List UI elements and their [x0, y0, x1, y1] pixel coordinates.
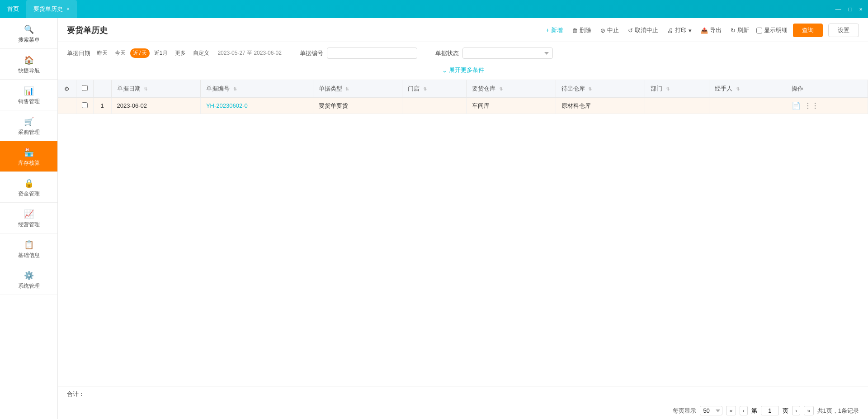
main-layout: 🔍 搜索菜单 🏠 快捷导航 📊 销售管理 🛒 采购管理 🏪 库存核算 🔒 资金管… — [0, 18, 868, 419]
sidebar-item-search-menu[interactable]: 🔍 搜索菜单 — [0, 18, 57, 49]
date-filter-label: 单据日期 — [67, 49, 90, 57]
display-detail-checkbox-label[interactable]: 显示明细 — [756, 26, 788, 34]
date-btn-custom[interactable]: 自定义 — [190, 48, 212, 58]
sort-handler-icon[interactable]: ⇅ — [736, 86, 740, 91]
delete-button[interactable]: 🗑 删除 — [570, 24, 593, 36]
col-doc-date: 单据日期 ⇅ — [111, 80, 200, 98]
col-settings-icon[interactable]: ⚙ — [64, 86, 70, 92]
row-doc-type: 要货单要货 — [313, 98, 402, 114]
new-button[interactable]: + 新增 — [544, 24, 565, 36]
toolbar: + 新增 🗑 删除 ⊘ 中止 ↺ 取消中止 🖨 — [544, 24, 859, 37]
sidebar-item-basic-info[interactable]: 📋 基础信息 — [0, 233, 57, 264]
row-doc-date: 2023-06-02 — [111, 98, 200, 114]
row-more-icon[interactable]: ⋮⋮ — [804, 101, 819, 110]
sidebar-item-operations-label: 经营管理 — [18, 221, 40, 229]
tab-requisition-history[interactable]: 要货单历史 × — [26, 0, 77, 18]
basic-info-icon: 📋 — [24, 240, 34, 250]
sidebar-item-inventory-label: 库存核算 — [18, 159, 40, 167]
sidebar-item-purchase-mgmt-label: 采购管理 — [18, 129, 40, 136]
close-tab-icon[interactable]: × — [66, 6, 70, 12]
date-btn-yesterday[interactable]: 昨天 — [94, 48, 110, 58]
content-area: 要货单历史 + 新增 🗑 删除 ⊘ 中止 ↺ 取消中止 — [58, 18, 868, 419]
row-handler — [709, 98, 786, 114]
sidebar-item-sales-mgmt-label: 销售管理 — [18, 98, 40, 105]
display-detail-checkbox[interactable] — [756, 28, 762, 33]
row-checkbox-cell — [76, 98, 93, 114]
per-page-select[interactable]: 20 50 100 — [700, 406, 722, 415]
pagination-bar: 每页显示 20 50 100 « ‹ 第 页 › » 共1页，1条记录 — [58, 402, 868, 419]
refresh-button[interactable]: ↻ 刷新 — [729, 24, 751, 36]
table-container: ⚙ 单据日期 ⇅ 单据编号 ⇅ — [58, 80, 868, 386]
query-button[interactable]: 查询 — [793, 24, 823, 37]
col-settings: ⚙ — [58, 80, 76, 98]
cancel-stop-button[interactable]: ↺ 取消中止 — [626, 24, 660, 36]
col-doc-no: 单据编号 ⇅ — [200, 80, 313, 98]
next-page-button[interactable]: › — [792, 406, 800, 415]
date-btn-7days[interactable]: 近7天 — [130, 48, 150, 58]
sort-pending-warehouse-icon[interactable]: ⇅ — [588, 86, 592, 91]
table-footer: 合计： — [58, 386, 868, 402]
doc-no-input[interactable] — [327, 48, 417, 59]
minimize-button[interactable]: — — [835, 6, 841, 13]
col-doc-type: 单据类型 ⇅ — [313, 80, 402, 98]
sidebar-item-inventory[interactable]: 🏪 库存核算 — [0, 141, 57, 172]
close-window-button[interactable]: × — [859, 6, 863, 13]
sidebar-item-purchase-mgmt[interactable]: 🛒 采购管理 — [0, 110, 57, 141]
export-button[interactable]: 📤 导出 — [699, 24, 723, 36]
status-select[interactable] — [462, 48, 553, 59]
col-store-label: 门店 — [408, 85, 420, 92]
sidebar-item-system-mgmt[interactable]: ⚙️ 系统管理 — [0, 264, 57, 295]
print-button[interactable]: 🖨 打印 ▾ — [665, 24, 693, 36]
date-btn-today[interactable]: 今天 — [112, 48, 128, 58]
stop-button[interactable]: ⊘ 中止 — [599, 24, 621, 36]
sort-department-icon[interactable]: ⇅ — [666, 86, 670, 91]
tab-home[interactable]: 首页 — [0, 0, 26, 18]
export-label: 导出 — [710, 26, 722, 34]
date-btn-more[interactable]: 更多 — [172, 48, 189, 58]
sidebar-item-sales-mgmt[interactable]: 📊 销售管理 — [0, 80, 57, 110]
row-req-warehouse: 车间库 — [467, 98, 556, 114]
col-pending-warehouse-label: 待出仓库 — [561, 85, 585, 92]
stop-label: 中止 — [607, 26, 619, 34]
sort-doc-date-icon[interactable]: ⇅ — [144, 86, 147, 91]
sidebar-item-operations[interactable]: 📈 经营管理 — [0, 203, 57, 233]
col-req-warehouse-label: 要货仓库 — [472, 85, 495, 92]
select-all-checkbox[interactable] — [82, 85, 88, 91]
row-settings — [58, 98, 76, 114]
page-title: 要货单历史 — [67, 25, 108, 36]
settings-button[interactable]: 设置 — [828, 24, 859, 37]
sort-doc-no-icon[interactable]: ⇅ — [233, 86, 237, 91]
row-edit-icon[interactable]: 📄 — [792, 101, 801, 110]
expand-icon: ⌄ — [442, 67, 447, 74]
expand-more-conditions-button[interactable]: ⌄ 展开更多条件 — [442, 66, 484, 74]
refresh-label: 刷新 — [737, 26, 749, 34]
last-page-button[interactable]: » — [804, 406, 813, 415]
row-doc-no[interactable]: YH-20230602-0 — [200, 98, 313, 114]
maximize-button[interactable]: □ — [849, 6, 852, 13]
print-dropdown-icon: ▾ — [689, 27, 692, 34]
tab-requisition-history-label: 要货单历史 — [33, 5, 63, 13]
row-store — [402, 98, 467, 114]
page-input[interactable] — [761, 406, 779, 415]
row-checkbox[interactable] — [82, 102, 88, 108]
delete-label: 删除 — [580, 26, 591, 34]
row-actions: 📄 ⋮⋮ — [792, 101, 862, 110]
display-detail-label: 显示明细 — [764, 26, 788, 34]
new-label: + 新增 — [546, 26, 563, 34]
page-title-row: 要货单历史 + 新增 🗑 删除 ⊘ 中止 ↺ 取消中止 — [67, 24, 859, 37]
sort-doc-type-icon[interactable]: ⇅ — [345, 86, 349, 91]
date-filter-group: 单据日期 昨天 今天 近7天 近1月 更多 自定义 2023-05-27 至 2… — [67, 48, 282, 58]
sidebar-item-finance[interactable]: 🔒 资金管理 — [0, 172, 57, 203]
sidebar-item-quick-nav[interactable]: 🏠 快捷导航 — [0, 49, 57, 80]
filter-area: 单据日期 昨天 今天 近7天 近1月 更多 自定义 2023-05-27 至 2… — [58, 42, 868, 80]
first-page-button[interactable]: « — [726, 406, 736, 415]
sort-store-icon[interactable]: ⇅ — [423, 86, 427, 91]
sort-req-warehouse-icon[interactable]: ⇅ — [499, 86, 503, 91]
row-actions-cell: 📄 ⋮⋮ — [786, 98, 868, 114]
page-header: 要货单历史 + 新增 🗑 删除 ⊘ 中止 ↺ 取消中止 — [58, 18, 868, 42]
date-range-display: 2023-05-27 至 2023-06-02 — [217, 49, 281, 57]
date-btn-1month[interactable]: 近1月 — [151, 48, 171, 58]
prev-page-button[interactable]: ‹ — [740, 406, 748, 415]
sidebar-item-basic-info-label: 基础信息 — [18, 252, 40, 259]
sidebar-item-search-menu-label: 搜索菜单 — [18, 36, 40, 44]
